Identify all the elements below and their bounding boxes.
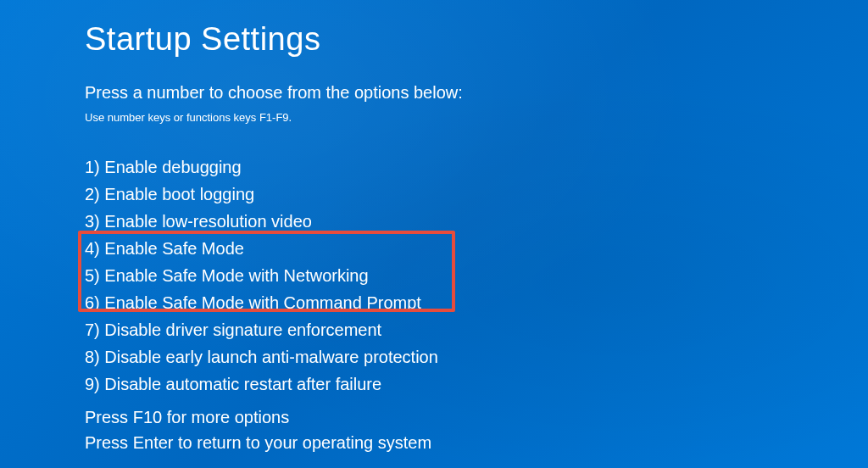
option-safe-mode-cmd[interactable]: 6) Enable Safe Mode with Command Prompt <box>85 289 783 316</box>
option-disable-antimalware[interactable]: 8) Disable early launch anti-malware pro… <box>85 343 783 370</box>
option-safe-mode-networking[interactable]: 5) Enable Safe Mode with Networking <box>85 262 783 289</box>
option-safe-mode[interactable]: 4) Enable Safe Mode <box>85 235 783 262</box>
option-low-resolution[interactable]: 3) Enable low-resolution video <box>85 208 783 235</box>
more-options-hint: Press F10 for more options <box>85 404 431 430</box>
option-disable-driver-sig[interactable]: 7) Disable driver signature enforcement <box>85 316 783 343</box>
return-hint: Press Enter to return to your operating … <box>85 430 431 455</box>
option-disable-auto-restart[interactable]: 9) Disable automatic restart after failu… <box>85 370 783 398</box>
page-title: Startup Settings <box>85 21 783 58</box>
sub-instruction: Use number keys or functions keys F1-F9. <box>85 111 783 124</box>
option-boot-logging[interactable]: 2) Enable boot logging <box>85 181 783 208</box>
option-debugging[interactable]: 1) Enable debugging <box>85 153 783 181</box>
startup-options-list: 1) Enable debugging 2) Enable boot loggi… <box>85 153 783 398</box>
footer-instructions: Press F10 for more options Press Enter t… <box>85 404 431 455</box>
main-instruction: Press a number to choose from the option… <box>85 83 783 103</box>
